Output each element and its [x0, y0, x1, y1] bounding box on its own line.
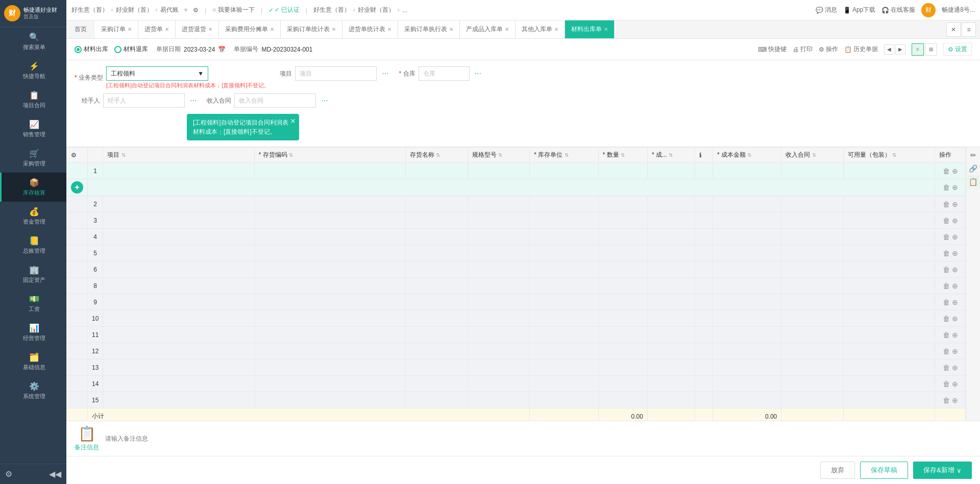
calendar-icon[interactable]: 📅 — [218, 46, 226, 53]
topbar-more-dots[interactable]: ... — [402, 7, 407, 14]
delete-icon[interactable]: 🗑 — [943, 380, 950, 388]
topbar-experience[interactable]: ○ 我要体验一下 — [212, 6, 255, 14]
topbar-gear[interactable]: ⚙ — [193, 7, 199, 14]
row-stock-code[interactable] — [254, 163, 405, 179]
tab-close-icon[interactable]: ✕ — [505, 27, 509, 32]
copy-icon[interactable]: ⊕ — [952, 331, 958, 339]
tab-home[interactable]: 首页 — [66, 20, 95, 39]
tab-close-icon[interactable]: ✕ — [387, 27, 391, 32]
sidebar-item-base[interactable]: 🗂️ 基础信息 — [0, 347, 66, 376]
tab-close-icon[interactable]: ✕ — [165, 27, 169, 32]
tab-close-icon[interactable]: ✕ — [270, 27, 274, 32]
tab-other-inbound[interactable]: 其他入库单 ✕ — [516, 20, 565, 39]
delete-icon[interactable]: 🗑 — [943, 298, 950, 306]
radio-material-return[interactable]: 材料退库 — [114, 45, 148, 54]
copy-row-icon[interactable]: ⊕ — [952, 183, 958, 191]
save-new-button[interactable]: 保存&新增 ∨ — [913, 462, 972, 479]
project-dots-btn[interactable]: ··· — [382, 69, 388, 78]
copy-icon[interactable]: ⊕ — [952, 249, 958, 257]
tab-goods-return[interactable]: 进货退货 ✕ — [176, 20, 219, 39]
tab-material-outbound[interactable]: 材料出库单 ✕ — [565, 20, 615, 39]
topbar-link-3[interactable]: 易代账 — [160, 6, 179, 14]
sidebar-item-nav[interactable]: ⚡ 快捷导航 — [0, 56, 66, 85]
right-sidebar-active-icon[interactable]: 📋 — [967, 176, 979, 188]
sidebar-item-finance[interactable]: 💰 资金管理 — [0, 202, 66, 231]
radio-material-out[interactable]: 材料出库 — [75, 45, 108, 54]
sidebar-item-sales[interactable]: 📈 销售管理 — [0, 114, 66, 143]
business-type-select[interactable]: 工程领料 ▼ — [106, 66, 208, 81]
collapse-icon[interactable]: ◀◀ — [49, 469, 61, 479]
tab-purchase-expense[interactable]: 采购费用分摊单 ✕ — [219, 20, 281, 39]
agent-input[interactable]: 经手人 — [103, 93, 185, 108]
tab-close-icon[interactable]: ✕ — [449, 27, 453, 32]
copy-icon[interactable]: ⊕ — [952, 347, 958, 355]
topbar-link-1[interactable]: 好生意（首） — [71, 6, 108, 14]
copy-row-icon[interactable]: ⊕ — [952, 167, 958, 175]
tab-goods-receipt[interactable]: 进货单 ✕ — [138, 20, 176, 39]
sidebar-item-search[interactable]: 🔍 搜索菜单 — [0, 27, 66, 56]
history-btn[interactable]: 📋 历史单据 — [844, 45, 878, 54]
copy-icon[interactable]: ⊕ — [952, 396, 958, 404]
view-list-btn[interactable]: ≡ — [912, 43, 924, 56]
tab-close-all-btn[interactable]: ✕ — [946, 22, 961, 37]
tab-purchase-stats[interactable]: 采购订单统计表 ✕ — [281, 20, 342, 39]
topbar-more-2[interactable]: 好业财（首） — [358, 6, 395, 14]
sidebar-item-accounting[interactable]: 📒 总账管理 — [0, 231, 66, 260]
right-sidebar-edit-icon[interactable]: ✏ — [967, 149, 979, 161]
view-grid-btn[interactable]: ⊞ — [925, 43, 937, 56]
tab-purchase-order[interactable]: 采购订单 ✕ — [95, 20, 138, 39]
delete-icon[interactable]: 🗑 — [943, 249, 950, 257]
sidebar-item-system[interactable]: ⚙️ 系统管理 — [0, 376, 66, 405]
income-contract-dots-btn[interactable]: ··· — [321, 96, 328, 105]
tab-product-inbound[interactable]: 产成品入库单 ✕ — [460, 20, 516, 39]
user-avatar[interactable]: 财 — [921, 3, 936, 17]
delete-row-icon[interactable]: 🗑 — [943, 167, 950, 175]
save-draft-button[interactable]: 保存草稿 — [860, 462, 908, 479]
delete-icon[interactable]: 🗑 — [943, 265, 950, 274]
delete-icon[interactable]: 🗑 — [943, 200, 950, 208]
sidebar-item-purchase[interactable]: 🛒 采购管理 — [0, 143, 66, 173]
sidebar-item-contract[interactable]: 📋 项目合同 — [0, 85, 66, 114]
tab-close-icon[interactable]: ✕ — [332, 27, 336, 32]
copy-icon[interactable]: ⊕ — [952, 380, 958, 388]
delete-icon[interactable]: 🗑 — [943, 347, 950, 355]
app-download-btn[interactable]: 📱 App下载 — [843, 6, 875, 14]
warehouse-input[interactable]: 仓库 — [419, 66, 470, 81]
sidebar-item-assets[interactable]: 🏢 固定资产 — [0, 260, 66, 289]
tab-close-icon[interactable]: ✕ — [208, 27, 212, 32]
print-btn[interactable]: 🖨 打印 — [793, 45, 813, 54]
row-project[interactable] — [103, 163, 254, 179]
nav-next-btn[interactable]: ▶ — [895, 44, 905, 55]
right-sidebar-link-icon[interactable]: 🔗 — [967, 162, 979, 175]
message-btn[interactable]: 💬 消息 — [816, 6, 837, 14]
delete-icon[interactable]: 🗑 — [943, 216, 950, 225]
discard-button[interactable]: 放弃 — [820, 462, 855, 479]
tab-goods-stats[interactable]: 进货单统计表 ✕ — [342, 20, 398, 39]
sidebar-item-salary[interactable]: 💵 工资 — [0, 289, 66, 318]
settings-button[interactable]: ⚙ 设置 — [943, 43, 972, 56]
copy-icon[interactable]: ⊕ — [952, 200, 958, 208]
topbar-link-2[interactable]: 好业财（首） — [116, 6, 153, 14]
copy-icon[interactable]: ⊕ — [952, 282, 958, 290]
shortcut-btn[interactable]: ⌨ 快捷键 — [758, 45, 787, 54]
project-input[interactable]: 项目 — [295, 66, 377, 81]
copy-icon[interactable]: ⊕ — [952, 265, 958, 274]
delete-icon[interactable]: 🗑 — [943, 314, 950, 323]
copy-icon[interactable]: ⊕ — [952, 364, 958, 372]
copy-icon[interactable]: ⊕ — [952, 216, 958, 225]
nav-prev-btn[interactable]: ◀ — [884, 44, 894, 55]
delete-icon[interactable]: 🗑 — [943, 331, 950, 339]
delete-row-icon[interactable]: 🗑 — [943, 183, 950, 191]
delete-icon[interactable]: 🗑 — [943, 282, 950, 290]
tooltip-close-btn[interactable]: ✕ — [290, 116, 296, 127]
tab-close-icon[interactable]: ✕ — [554, 27, 558, 32]
tab-purchase-exec[interactable]: 采购订单执行表 ✕ — [398, 20, 460, 39]
sidebar-item-inventory[interactable]: 📦 库存核算 — [0, 173, 66, 202]
income-contract-input[interactable]: 收入合同 — [234, 93, 316, 108]
delete-icon[interactable]: 🗑 — [943, 233, 950, 241]
copy-icon[interactable]: ⊕ — [952, 298, 958, 306]
notes-input[interactable] — [105, 435, 972, 442]
warehouse-dots-btn[interactable]: ··· — [475, 69, 481, 78]
online-service-btn[interactable]: 🎧 在线客服 — [881, 6, 915, 14]
sidebar-item-ops[interactable]: 📊 经营管理 — [0, 318, 66, 347]
